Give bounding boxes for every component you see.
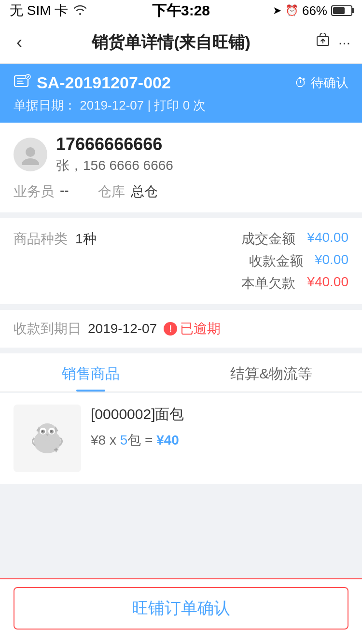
product-info: [0000002]面包 ¥8 x 5包 = ¥40 xyxy=(91,405,348,449)
battery-icon xyxy=(331,5,352,16)
product-price: ¥8 x 5包 = ¥40 xyxy=(91,431,348,449)
sales-value: -- xyxy=(60,182,69,201)
customer-name: 张，156 6666 6666 xyxy=(56,156,173,175)
wifi-icon xyxy=(73,3,87,18)
status-bar: 无 SIM 卡 下午3:28 ➤ ⏰ 66% xyxy=(0,0,362,21)
customer-meta: 业务员 -- 仓库 总仓 xyxy=(14,182,348,201)
svg-point-13 xyxy=(42,431,43,432)
page-title: 销货单详情(来自旺铺) xyxy=(92,31,251,54)
nav-bar: ‹ 销货单详情(来自旺铺) ··· xyxy=(0,21,362,64)
customer-phone: 17666666666 xyxy=(56,134,173,154)
qty-unit: 包 xyxy=(127,433,141,448)
battery-percentage: 66% xyxy=(302,3,327,18)
product-image: + xyxy=(14,405,81,472)
clock-icon: ⏱ xyxy=(294,75,307,90)
balance-label: 本单欠款 xyxy=(241,274,295,293)
warehouse-value: 总仓 xyxy=(131,182,158,201)
status-bar-left: 无 SIM 卡 xyxy=(10,1,87,20)
tab-sales-label: 销售商品 xyxy=(62,365,120,381)
confirm-order-button[interactable]: 旺铺订单确认 xyxy=(14,587,348,630)
qty-value: 5 xyxy=(120,433,128,448)
order-date: 2019-12-07 xyxy=(80,98,144,112)
total-value: ¥40 xyxy=(156,433,179,448)
price-text: ¥8 x xyxy=(91,433,120,448)
nav-actions: ··· xyxy=(315,33,350,52)
carrier-label: 无 SIM 卡 xyxy=(10,1,68,20)
balance-value: ¥40.00 xyxy=(307,274,348,293)
svg-point-4 xyxy=(22,158,39,165)
back-button[interactable]: ‹ xyxy=(12,28,27,57)
order-id-icon xyxy=(14,73,31,92)
svg-point-3 xyxy=(26,147,35,157)
print-label: 打印 xyxy=(154,98,179,112)
status-time: 下午3:28 xyxy=(152,1,210,21)
received-value: ¥0.00 xyxy=(315,252,348,270)
location-icon: ➤ xyxy=(273,4,281,17)
tabs-section: 销售商品 结算&物流等 xyxy=(0,353,362,392)
balance-row: 本单欠款 ¥40.00 xyxy=(241,274,348,293)
customer-section: 17666666666 张，156 6666 6666 业务员 -- 仓库 总仓 xyxy=(0,123,362,218)
tab-settlement[interactable]: 结算&物流等 xyxy=(181,353,362,392)
order-date-info: 单据日期： 2019-12-07 | 打印 0 次 xyxy=(14,97,348,114)
amount-info: 成交金额 ¥40.00 收款金额 ¥0.00 本单欠款 ¥40.00 xyxy=(241,230,348,293)
more-icon[interactable]: ··· xyxy=(338,34,350,51)
order-header-band: SA-20191207-002 ⏱ 待确认 单据日期： 2019-12-07 |… xyxy=(0,64,362,123)
total-prefix: = xyxy=(141,433,156,448)
svg-point-14 xyxy=(51,431,52,432)
order-number: SA-20191207-002 xyxy=(37,73,171,92)
tab-active-underline xyxy=(76,390,105,392)
order-id: SA-20191207-002 xyxy=(14,73,171,92)
product-section: + [0000002]面包 ¥8 x 5包 = ¥40 xyxy=(0,393,362,490)
tab-settlement-label: 结算&物流等 xyxy=(230,365,312,381)
product-thumbnail: + xyxy=(26,421,69,455)
received-row: 收款金额 ¥0.00 xyxy=(249,252,348,270)
overdue-badge: ! 已逾期 xyxy=(164,320,221,338)
bottom-bar: 旺铺订单确认 xyxy=(0,578,362,644)
product-item: + [0000002]面包 ¥8 x 5包 = ¥40 xyxy=(14,405,348,472)
sales-label: 业务员 xyxy=(14,182,54,201)
overdue-text: 已逾期 xyxy=(180,320,221,338)
due-date-value: 2019-12-07 xyxy=(88,321,157,336)
due-label: 收款到期日 xyxy=(14,320,81,338)
warehouse-label: 仓库 xyxy=(98,182,125,201)
alarm-icon: ⏰ xyxy=(285,4,298,17)
sales-meta: 业务员 -- xyxy=(14,182,69,201)
print-count: 0 xyxy=(183,98,190,112)
amount-value: ¥40.00 xyxy=(307,230,348,248)
date-label: 单据日期： xyxy=(14,98,76,112)
product-type-value: 1种 xyxy=(75,230,97,248)
print-unit: 次 xyxy=(193,98,206,112)
tab-sales-products[interactable]: 销售商品 xyxy=(0,353,181,392)
customer-avatar xyxy=(14,138,47,171)
amount-label: 成交金额 xyxy=(241,230,295,248)
warehouse-meta: 仓库 总仓 xyxy=(98,182,158,201)
separator: | xyxy=(147,98,154,112)
product-name: [0000002]面包 xyxy=(91,405,348,424)
status-text: 待确认 xyxy=(311,74,348,91)
received-label: 收款金额 xyxy=(249,252,303,270)
product-type-info: 商品种类 1种 xyxy=(14,230,97,248)
overdue-icon: ! xyxy=(164,322,177,336)
share-icon[interactable] xyxy=(315,33,331,52)
summary-section: 商品种类 1种 成交金额 ¥40.00 收款金额 ¥0.00 本单欠款 ¥40.… xyxy=(0,218,362,310)
product-type-label: 商品种类 xyxy=(14,230,68,248)
customer-info: 17666666666 张，156 6666 6666 xyxy=(56,134,173,175)
order-status: ⏱ 待确认 xyxy=(294,74,348,91)
svg-text:+: + xyxy=(54,445,59,455)
due-date-section: 收款到期日 2019-12-07 ! 已逾期 xyxy=(0,310,362,353)
status-bar-right: ➤ ⏰ 66% xyxy=(273,3,352,18)
amount-row: 成交金额 ¥40.00 xyxy=(241,230,348,248)
